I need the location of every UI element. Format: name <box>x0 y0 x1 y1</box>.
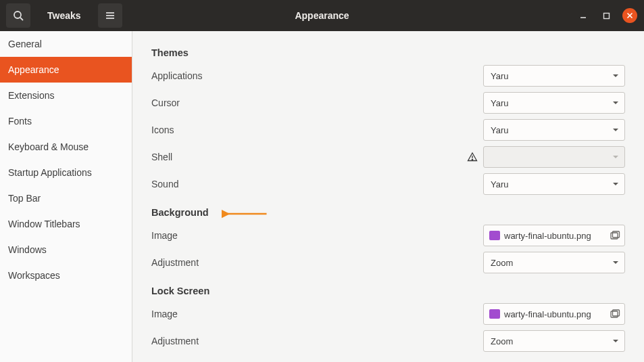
svg-line-1 <box>20 18 23 20</box>
combo-sound[interactable]: Yaru <box>483 173 625 195</box>
annotation-arrow-icon <box>222 208 269 219</box>
file-ls-image-value: warty-final-ubuntu.png <box>504 309 605 319</box>
row-bg-image: Image warty-final-ubuntu.png <box>151 222 625 249</box>
label-applications: Applications <box>151 70 327 81</box>
close-icon <box>626 12 633 19</box>
sidebar-item-fonts[interactable]: Fonts <box>0 108 132 134</box>
combo-bg-adjustment-value: Zoom <box>491 258 513 268</box>
sidebar-item-general[interactable]: General <box>0 31 132 57</box>
sidebar-item-window-titlebars[interactable]: Window Titlebars <box>0 211 132 237</box>
search-button[interactable] <box>6 3 30 28</box>
chevron-down-icon <box>612 154 619 160</box>
row-ls-adjustment: Adjustment Zoom <box>151 327 625 355</box>
chevron-down-icon <box>612 259 619 266</box>
minimize-button[interactable] <box>576 9 590 22</box>
maximize-icon <box>603 12 610 20</box>
chevron-down-icon <box>612 181 619 187</box>
hamburger-button[interactable] <box>98 3 122 28</box>
combo-icons[interactable]: Yaru <box>483 119 625 141</box>
row-ls-image: Image warty-final-ubuntu.png <box>151 300 625 327</box>
label-ls-image: Image <box>151 309 327 319</box>
label-icons: Icons <box>151 125 327 135</box>
combo-cursor[interactable]: Yaru <box>483 92 625 114</box>
row-icons: Icons Yaru <box>151 116 625 143</box>
app-title: Tweaks <box>32 10 96 21</box>
file-open-icon <box>610 230 620 241</box>
combo-ls-adjustment[interactable]: Zoom <box>483 330 625 352</box>
image-thumbnail-icon <box>489 231 500 240</box>
titlebar: Tweaks Appearance <box>0 0 644 31</box>
label-shell: Shell <box>151 152 327 162</box>
window-controls <box>576 8 644 23</box>
sidebar-item-keyboard-mouse[interactable]: Keyboard & Mouse <box>0 134 132 160</box>
sidebar-item-top-bar[interactable]: Top Bar <box>0 185 132 211</box>
sidebar-item-startup-applications[interactable]: Startup Applications <box>0 160 132 185</box>
section-title-background: Background <box>151 207 209 218</box>
chevron-down-icon <box>612 338 619 344</box>
sidebar-item-windows[interactable]: Windows <box>0 237 132 263</box>
chevron-down-icon <box>612 127 619 133</box>
file-ls-image[interactable]: warty-final-ubuntu.png <box>483 303 625 325</box>
combo-applications-value: Yaru <box>491 71 509 81</box>
sidebar-item-workspaces[interactable]: Workspaces <box>0 263 132 288</box>
close-button[interactable] <box>622 8 637 23</box>
row-bg-adjustment: Adjustment Zoom <box>151 249 625 276</box>
combo-sound-value: Yaru <box>491 179 509 189</box>
image-thumbnail-icon <box>489 309 500 319</box>
sidebar: General Appearance Extensions Fonts Keyb… <box>0 31 132 362</box>
label-ls-adjustment: Adjustment <box>151 336 327 346</box>
combo-applications[interactable]: Yaru <box>483 65 625 87</box>
hamburger-icon <box>105 10 116 21</box>
svg-point-10 <box>472 159 472 160</box>
file-open-icon <box>610 309 620 319</box>
file-bg-image[interactable]: warty-final-ubuntu.png <box>483 225 625 246</box>
chevron-down-icon <box>612 99 619 106</box>
label-bg-image: Image <box>151 230 327 241</box>
row-sound: Sound Yaru <box>151 171 625 198</box>
svg-point-0 <box>14 12 21 18</box>
titlebar-left: Tweaks <box>0 3 124 28</box>
minimize-icon <box>579 12 587 20</box>
content: Themes Applications Yaru Cursor Yaru I <box>132 31 644 362</box>
maximize-button[interactable] <box>599 9 613 22</box>
sidebar-item-appearance[interactable]: Appearance <box>0 57 132 83</box>
sidebar-item-extensions[interactable]: Extensions <box>0 83 132 108</box>
warning-icon <box>467 152 478 162</box>
combo-shell <box>483 146 625 168</box>
page-title: Appearance <box>295 10 349 21</box>
row-shell: Shell <box>151 143 625 171</box>
combo-bg-adjustment[interactable]: Zoom <box>483 252 625 273</box>
svg-rect-6 <box>603 13 609 18</box>
row-cursor: Cursor Yaru <box>151 89 625 116</box>
row-applications: Applications Yaru <box>151 62 625 89</box>
label-sound: Sound <box>151 179 327 189</box>
chevron-down-icon <box>612 72 619 79</box>
section-title-background-text: Background <box>151 207 209 218</box>
combo-icons-value: Yaru <box>491 125 509 135</box>
section-title-lockscreen: Lock Screen <box>151 286 625 296</box>
file-bg-image-value: warty-final-ubuntu.png <box>504 231 605 241</box>
label-bg-adjustment: Adjustment <box>151 257 327 268</box>
label-cursor: Cursor <box>151 97 327 108</box>
combo-cursor-value: Yaru <box>491 98 509 108</box>
section-title-themes: Themes <box>151 47 625 58</box>
combo-ls-adjustment-value: Zoom <box>491 336 513 346</box>
search-icon <box>13 10 24 21</box>
